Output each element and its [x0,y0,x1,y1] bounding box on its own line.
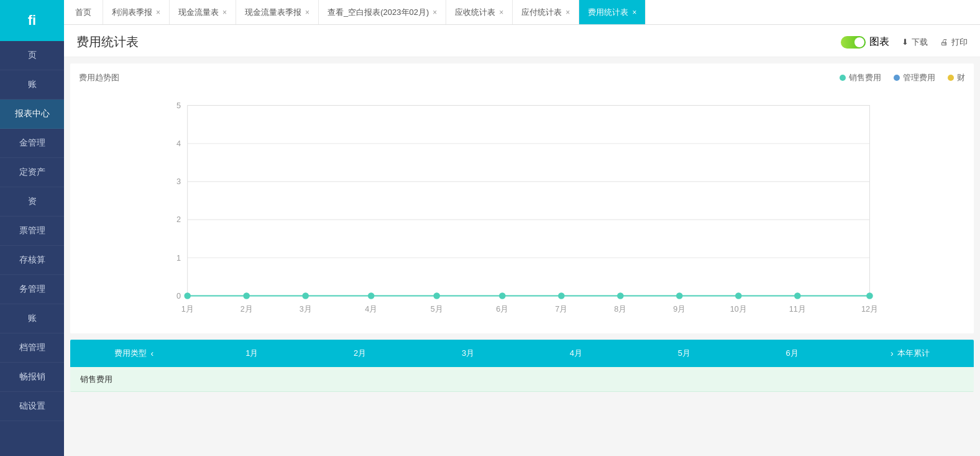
legend-sales: 销售费用 [840,72,881,83]
svg-point-23 [794,292,801,299]
tab-home[interactable]: 首页 [64,0,103,25]
legend-label-sales: 销售费用 [849,72,881,83]
chart-title: 费用趋势图 [79,72,119,83]
sidebar-item-investment[interactable]: 资 [0,187,64,216]
svg-text:12月: 12月 [861,305,878,314]
svg-text:2: 2 [176,215,181,224]
main-area: 首页 利润表季报 × 现金流量表 × 现金流量表季报 × 查看_空白报表(202… [64,0,980,456]
chart-header: 费用趋势图 销售费用 管理费用 财 [79,72,965,83]
print-icon: 🖨 [940,37,948,47]
svg-point-20 [617,292,624,299]
chart-section: 费用趋势图 销售费用 管理费用 财 [70,63,974,333]
page-actions: 图表 ⬇ 下载 🖨 打印 [841,35,968,49]
svg-text:3: 3 [176,177,181,186]
svg-text:1: 1 [176,254,181,263]
tab-expense[interactable]: 费用统计表 × [579,0,646,25]
chart-legend: 销售费用 管理费用 财 [840,72,965,83]
sidebar: fi 页 账 报表中心 金管理 定资产 资 票管理 存核算 务管理 账 档管理 … [0,0,64,456]
sidebar-item-fund[interactable]: 金管理 [0,129,64,158]
tab-close-cashflow[interactable]: × [222,8,227,17]
sidebar-item-inventory[interactable]: 存核算 [0,246,64,275]
chart-svg: 0 1 2 3 4 5 [79,88,965,325]
svg-text:6月: 6月 [496,305,508,314]
legend-dot-finance [948,75,954,81]
content-area: 费用统计表 图表 ⬇ 下载 🖨 打印 费用趋势图 [64,25,980,456]
app-logo: fi [0,0,64,41]
svg-text:1月: 1月 [181,305,194,314]
th-m5: 5月 [630,348,738,359]
sidebar-item-expense-report[interactable]: 畅报销 [0,363,64,392]
tab-close-profit[interactable]: × [156,8,160,17]
svg-text:0: 0 [176,292,181,300]
svg-text:10月: 10月 [730,305,747,314]
download-icon: ⬇ [902,37,909,47]
svg-point-13 [184,292,191,299]
svg-text:5: 5 [176,101,181,110]
sidebar-item-reports[interactable]: 报表中心 [0,100,64,129]
svg-point-14 [243,292,250,299]
tab-close-expense[interactable]: × [632,8,636,17]
tab-cashflow-q[interactable]: 现金流量表季报 × [236,0,319,25]
legend-dot-admin [894,75,900,81]
th-type: 费用类型 ‹ [70,348,198,359]
legend-admin: 管理费用 [894,72,935,83]
svg-point-17 [434,292,441,299]
data-table-section: 费用类型 ‹ 1月 2月 3月 4月 5月 6月 › 本年累计 销售费用 [70,340,974,392]
svg-rect-12 [188,105,870,295]
chart-toggle-label: 图表 [869,35,889,49]
svg-text:4月: 4月 [365,305,377,314]
svg-point-18 [499,292,506,299]
sidebar-item-service[interactable]: 务管理 [0,275,64,304]
tab-close-payable[interactable]: × [566,8,570,17]
svg-point-22 [735,292,742,299]
svg-text:9月: 9月 [673,305,685,314]
page-title: 费用统计表 [76,34,139,50]
th-m1: 1月 [198,348,306,359]
svg-text:4: 4 [176,139,181,148]
sidebar-item-payable[interactable]: 账 [0,304,64,333]
tab-close-receivable[interactable]: × [499,8,503,17]
download-button[interactable]: ⬇ 下载 [902,37,928,48]
next-arrow[interactable]: › [891,348,894,358]
sidebar-item-account[interactable]: 账 [0,70,64,100]
tab-close-blank-report[interactable]: × [433,8,437,17]
table-header: 费用类型 ‹ 1月 2月 3月 4月 5月 6月 › 本年累计 [70,340,974,367]
print-button[interactable]: 🖨 打印 [940,37,968,48]
th-m4: 4月 [522,348,630,359]
tab-receivable[interactable]: 应收统计表 × [446,0,513,25]
tab-blank-report[interactable]: 查看_空白报表(2023年02月) × [319,0,446,25]
legend-label-finance: 财 [957,72,965,83]
tab-close-cashflow-q[interactable]: × [305,8,309,17]
svg-point-16 [368,292,375,299]
svg-text:5月: 5月 [431,305,443,314]
svg-text:11月: 11月 [789,305,806,314]
tab-cashflow[interactable]: 现金流量表 × [170,0,236,25]
page-header: 费用统计表 图表 ⬇ 下载 🖨 打印 [64,25,980,57]
chart-container: 0 1 2 3 4 5 [79,88,965,325]
svg-text:2月: 2月 [240,305,253,314]
svg-text:8月: 8月 [614,305,626,314]
td-type: 销售费用 [70,374,202,385]
th-m6: 6月 [738,348,846,359]
tab-profit[interactable]: 利润表季报 × [103,0,170,25]
th-ytd: › 本年累计 [846,348,974,359]
th-m2: 2月 [306,348,414,359]
table-row: 销售费用 [70,367,974,392]
svg-text:7月: 7月 [555,305,567,314]
svg-point-15 [302,292,309,299]
svg-text:3月: 3月 [300,305,312,314]
svg-point-24 [866,292,873,299]
sidebar-item-home[interactable]: 页 [0,41,64,70]
chart-toggle[interactable] [841,36,866,49]
tab-payable[interactable]: 应付统计表 × [513,0,579,25]
sidebar-item-fixed-assets[interactable]: 定资产 [0,158,64,187]
sidebar-item-archive[interactable]: 档管理 [0,333,64,363]
chart-toggle-wrap: 图表 [841,35,889,49]
prev-arrow[interactable]: ‹ [150,348,153,358]
sidebar-item-invoice[interactable]: 票管理 [0,216,64,246]
svg-point-21 [676,292,683,299]
th-m3: 3月 [414,348,522,359]
legend-label-admin: 管理费用 [903,72,935,83]
tab-bar: 首页 利润表季报 × 现金流量表 × 现金流量表季报 × 查看_空白报表(202… [64,0,980,25]
sidebar-item-settings[interactable]: 础设置 [0,392,64,421]
